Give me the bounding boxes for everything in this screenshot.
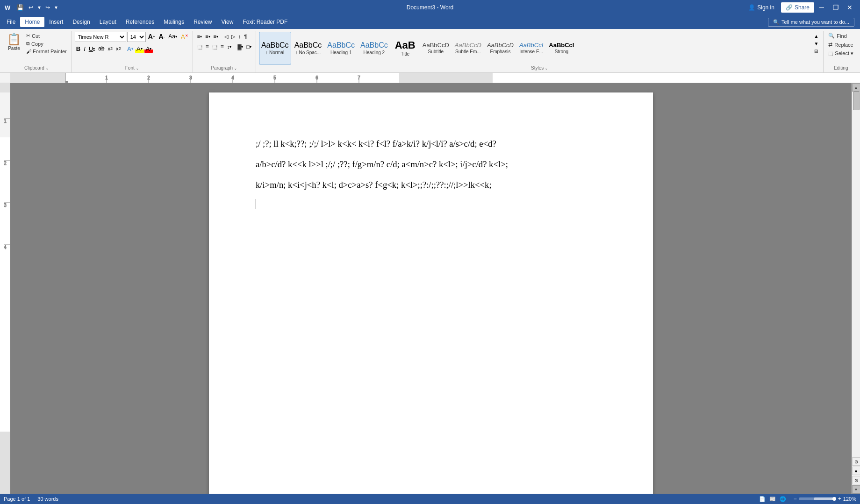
text-effect-button[interactable]: A▾ bbox=[126, 44, 135, 53]
close-button[interactable]: ✕ bbox=[843, 1, 856, 14]
copy-button[interactable]: ⧉ Copy bbox=[24, 40, 69, 48]
change-case-button[interactable]: Aa▾ bbox=[167, 32, 179, 41]
page-content[interactable]: ;/ ;?; ll k<k;??; ;/;/ l>l> k<k< k<i? f<… bbox=[256, 137, 606, 209]
strikethrough-button[interactable]: ab bbox=[97, 44, 106, 53]
styles-expand-btn[interactable]: ⌄ bbox=[545, 66, 548, 71]
decrease-indent-button[interactable]: ◁ bbox=[223, 32, 229, 41]
style-normal[interactable]: AaBbCc ↑ Normal bbox=[259, 32, 291, 64]
clipboard-expand[interactable]: ⌄ bbox=[45, 66, 49, 71]
redo-button[interactable]: ↪ bbox=[43, 3, 52, 12]
menu-insert[interactable]: Insert bbox=[44, 17, 68, 27]
sort-button[interactable]: ↕ bbox=[237, 32, 243, 41]
search-bar[interactable]: 🔍 Tell me what you want to do... bbox=[768, 18, 854, 27]
menu-references[interactable]: References bbox=[121, 17, 159, 27]
style-subtitle[interactable]: AaBbCcD Subtitle bbox=[420, 32, 452, 64]
zoom-thumb[interactable] bbox=[832, 497, 836, 501]
scroll-select-object[interactable]: ● bbox=[852, 467, 860, 475]
increase-indent-button[interactable]: ▷ bbox=[230, 32, 236, 41]
status-bar: Page 1 of 1 30 words 📄 📰 🌐 − + 120% bbox=[0, 494, 860, 504]
style-intense-e[interactable]: AaBbCcI Intense E... bbox=[517, 32, 545, 64]
style-title[interactable]: AaB Title bbox=[391, 32, 419, 64]
style-emphasis[interactable]: AaBbCcD Emphasis bbox=[485, 32, 516, 64]
zoom-slider[interactable] bbox=[799, 497, 836, 500]
app-window: W 💾 ↩ ▾ ↪ ▾ Document3 - Word 👤 Sign in 🔗… bbox=[0, 0, 860, 504]
zoom-out-button[interactable]: − bbox=[794, 496, 797, 502]
center-button[interactable]: ≡ bbox=[204, 42, 210, 51]
select-button[interactable]: ⬚ Select ▾ bbox=[826, 50, 855, 57]
menu-mailings[interactable]: Mailings bbox=[159, 17, 189, 27]
style-subtitle-preview: AaBbCcD bbox=[423, 42, 449, 48]
scroll-next-page[interactable]: ⊙ bbox=[852, 476, 860, 484]
document-page[interactable]: ;/ ;?; ll k<k;??; ;/;/ l>l> k<k< k<i? f<… bbox=[209, 92, 653, 494]
cut-button[interactable]: ✂ Cut bbox=[24, 32, 69, 40]
align-left-button[interactable]: ⬚ bbox=[196, 42, 204, 51]
font-size-select[interactable]: 14 bbox=[127, 32, 146, 42]
undo-button[interactable]: ↩ bbox=[27, 3, 35, 12]
paste-button[interactable]: 📋 Paste bbox=[5, 32, 23, 53]
font-grow-button[interactable]: A+ bbox=[147, 32, 157, 41]
align-right-button[interactable]: ⬚ bbox=[211, 42, 219, 51]
menu-layout[interactable]: Layout bbox=[95, 17, 121, 27]
save-button[interactable]: 💾 bbox=[15, 3, 26, 12]
svg-rect-2 bbox=[10, 73, 65, 83]
font-name-select[interactable]: Times New R bbox=[75, 32, 126, 42]
style-no-spacing[interactable]: AaBbCc ↑ No Spac... bbox=[292, 32, 324, 64]
vertical-scrollbar[interactable]: ▲ ⊙ ● ⊙ ▼ bbox=[852, 83, 860, 494]
menu-review[interactable]: Review bbox=[189, 17, 216, 27]
undo-dropdown[interactable]: ▾ bbox=[36, 3, 43, 12]
bullets-button[interactable]: ≡▾ bbox=[196, 32, 203, 41]
zoom-in-button[interactable]: + bbox=[838, 496, 841, 502]
borders-button[interactable]: □▾ bbox=[245, 42, 253, 51]
multilevel-button[interactable]: ≡▾ bbox=[212, 32, 220, 41]
show-marks-button[interactable]: ¶ bbox=[243, 32, 248, 41]
font-shrink-button[interactable]: A- bbox=[158, 32, 166, 41]
line-spacing-button[interactable]: ↕▾ bbox=[226, 42, 233, 51]
styles-scroll-down[interactable]: ▼ bbox=[813, 40, 819, 47]
numbering-button[interactable]: ≡▾ bbox=[204, 32, 211, 41]
italic-button[interactable]: I bbox=[82, 44, 87, 53]
shading-button[interactable]: ▓▾ bbox=[236, 42, 244, 51]
font-expand[interactable]: ⌄ bbox=[136, 66, 139, 71]
style-subtle-em-preview: AaBbCcD bbox=[455, 42, 481, 48]
paragraph-expand[interactable]: ⌄ bbox=[234, 66, 237, 71]
underline-button[interactable]: U▾ bbox=[87, 44, 96, 53]
subscript-button[interactable]: x2 bbox=[107, 44, 115, 53]
styles-expand[interactable]: ⊟ bbox=[813, 48, 819, 55]
text-highlight-button[interactable]: A▾ bbox=[135, 44, 144, 53]
scroll-down-button[interactable]: ▼ bbox=[852, 485, 860, 494]
menu-foxit[interactable]: Foxit Reader PDF bbox=[238, 17, 292, 27]
styles-scroll[interactable]: ▲ ▼ ⊟ bbox=[812, 32, 820, 56]
style-heading1[interactable]: AaBbCc Heading 1 bbox=[325, 32, 357, 64]
bold-button[interactable]: B bbox=[75, 44, 82, 53]
share-button[interactable]: 🔗 Share bbox=[781, 2, 814, 13]
clear-format-button[interactable]: A✕ bbox=[179, 32, 190, 41]
scroll-prev-page[interactable]: ⊙ bbox=[852, 457, 860, 466]
restore-button[interactable]: ❐ bbox=[829, 1, 842, 14]
style-subtle-em[interactable]: AaBbCcD Subtle Em... bbox=[452, 32, 484, 64]
print-layout-button[interactable]: 📰 bbox=[769, 496, 776, 502]
style-strong[interactable]: AaBbCcI Strong bbox=[546, 32, 576, 64]
scroll-up-button[interactable]: ▲ bbox=[852, 83, 860, 92]
find-button[interactable]: 🔍 Find bbox=[826, 32, 855, 40]
web-layout-button[interactable]: 🌐 bbox=[780, 496, 786, 502]
format-painter-button[interactable]: 🖌 Format Painter bbox=[24, 48, 69, 55]
justify-button[interactable]: ≡ bbox=[219, 42, 225, 51]
scrollbar-thumb[interactable] bbox=[853, 92, 860, 110]
menu-view[interactable]: View bbox=[217, 17, 238, 27]
style-title-label: Title bbox=[401, 51, 409, 57]
menu-design[interactable]: Design bbox=[68, 17, 94, 27]
menu-file[interactable]: File bbox=[2, 17, 20, 27]
superscript-button[interactable]: x2 bbox=[115, 44, 122, 53]
share-icon: 🔗 bbox=[786, 4, 793, 11]
horizontal-ruler: 1 2 3 4 5 6 7 bbox=[0, 73, 860, 83]
menu-home[interactable]: Home bbox=[20, 17, 44, 27]
style-emphasis-label: Emphasis bbox=[490, 49, 510, 54]
styles-scroll-up[interactable]: ▲ bbox=[813, 33, 819, 40]
signin-button[interactable]: 👤 Sign in bbox=[745, 2, 778, 13]
qa-customize[interactable]: ▾ bbox=[53, 3, 59, 12]
style-heading2[interactable]: AaBbCc Heading 2 bbox=[358, 32, 390, 64]
minimize-button[interactable]: ─ bbox=[815, 1, 828, 14]
replace-button[interactable]: ⇄ Replace bbox=[826, 41, 855, 49]
read-mode-button[interactable]: 📄 bbox=[759, 496, 766, 502]
font-color-button[interactable]: A▾ bbox=[144, 44, 153, 53]
